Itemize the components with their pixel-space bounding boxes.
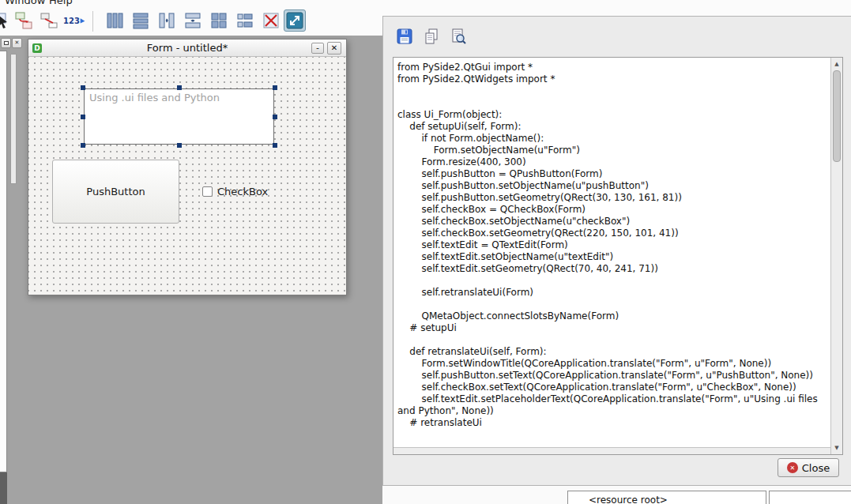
- code-line: [397, 85, 828, 97]
- tab-order-label: 123: [63, 17, 80, 25]
- dock-close-x: ✕: [15, 40, 20, 46]
- scrollbar-thumb[interactable]: [833, 70, 841, 162]
- code-line: Form.setObjectName(u"Form"): [397, 145, 828, 156]
- layout-vertical-splitter-icon[interactable]: [182, 9, 204, 32]
- code-line: from PySide2.QtWidgets import *: [397, 73, 828, 85]
- adjust-size-icon[interactable]: [284, 9, 306, 32]
- selection-handle[interactable]: [81, 85, 85, 90]
- dock-close-icon[interactable]: ✕: [12, 38, 22, 48]
- pushbutton-widget[interactable]: PushButton: [52, 160, 179, 224]
- checkbox-label: CheckBox: [217, 186, 268, 197]
- selection-handle[interactable]: [177, 143, 182, 148]
- float-glyph-icon: [4, 41, 9, 45]
- selection-handle[interactable]: [81, 143, 85, 148]
- edit-widgets-icon[interactable]: [0, 9, 13, 32]
- close-label: Close: [802, 462, 830, 474]
- code-preview-dialog: from PySide2.QtGui import *from PySide2.…: [382, 16, 851, 486]
- code-line: # retranslateUi: [397, 417, 828, 429]
- form-window-title: Form - untitled*: [28, 42, 346, 54]
- code-line: Form.resize(400, 300): [397, 156, 828, 168]
- code-line: self.textEdit.setObjectName(u"textEdit"): [397, 251, 828, 263]
- window-close-button[interactable]: ✕: [327, 42, 341, 55]
- selection-handle[interactable]: [273, 143, 277, 148]
- layout-in-form-icon[interactable]: [234, 9, 256, 32]
- textedit-placeholder: Using .ui files and Python: [85, 89, 273, 106]
- selection-handle[interactable]: [81, 115, 85, 119]
- break-layout-icon[interactable]: [260, 9, 282, 32]
- textedit-widget[interactable]: Using .ui files and Python: [84, 88, 274, 145]
- layout-horizontal-splitter-icon[interactable]: [156, 9, 178, 32]
- code-dialog-toolbar: [394, 26, 469, 50]
- code-line: self.checkBox = QCheckBox(Form): [397, 204, 828, 216]
- code-line: self.textEdit.setGeometry(QRect(70, 40, …: [397, 263, 828, 275]
- horizontal-scrollbar[interactable]: [393, 447, 830, 454]
- layout-vertically-icon[interactable]: [130, 9, 152, 32]
- menu-help[interactable]: Help: [49, 0, 73, 6]
- code-line: if not Form.objectName():: [397, 133, 828, 145]
- code-line: self.textEdit.setPlaceholderText(QCoreAp…: [397, 393, 828, 405]
- code-line: QMetaObject.connectSlotsByName(Form): [397, 310, 828, 322]
- bottom-panel: <resource root>: [382, 486, 851, 504]
- code-line: class Ui_Form(object):: [397, 109, 828, 121]
- code-line: self.pushButton.setText(QCoreApplication…: [397, 370, 828, 382]
- selection-handle[interactable]: [273, 115, 277, 119]
- form-editor-window: D Form - untitled* - ✕ Using .ui files a…: [28, 39, 347, 295]
- checkbox-indicator[interactable]: [202, 186, 213, 197]
- resource-root-item[interactable]: <resource root>: [567, 491, 766, 504]
- dock-float-icon[interactable]: [1, 38, 11, 48]
- code-line: self.checkBox.setGeometry(QRect(220, 150…: [397, 228, 828, 239]
- code-line: [397, 299, 828, 310]
- menu-window[interactable]: Window: [5, 0, 45, 6]
- edit-tab-order-icon[interactable]: 123: [63, 9, 85, 32]
- resource-root-label: <resource root>: [589, 495, 668, 504]
- scroll-down-icon[interactable]: ▼: [831, 442, 842, 453]
- checkbox-widget[interactable]: CheckBox: [202, 175, 282, 208]
- code-line: self.pushButton.setObjectName(u"pushButt…: [397, 180, 828, 192]
- dialog-close-button[interactable]: ✕ Close: [778, 458, 839, 477]
- minimize-button[interactable]: -: [311, 43, 324, 54]
- layout-horizontally-icon[interactable]: [104, 9, 126, 32]
- form-window-titlebar[interactable]: D Form - untitled* - ✕: [28, 39, 346, 57]
- resource-panel-fragment: [769, 491, 851, 504]
- code-line: self.retranslateUi(Form): [397, 287, 828, 299]
- mdi-area: ✕ D Form - untitled* - ✕ Using .ui files…: [0, 36, 382, 504]
- code-line: self.checkBox.setText(QCoreApplication.t…: [397, 382, 828, 393]
- collapsed-dock-panel: [0, 51, 7, 472]
- selection-handle[interactable]: [273, 85, 277, 90]
- code-line: self.pushButton = QPushButton(Form): [397, 168, 828, 180]
- code-line: and Python", None)): [397, 405, 828, 417]
- code-line: self.textEdit = QTextEdit(Form): [397, 239, 828, 251]
- selection-handle[interactable]: [177, 85, 182, 90]
- scroll-up-icon[interactable]: ▲: [831, 58, 842, 70]
- edit-signals-slots-icon[interactable]: [13, 9, 35, 32]
- qt-designer-screen: Window Help 123: [0, 0, 851, 504]
- code-lines: from PySide2.QtGui import *from PySide2.…: [393, 58, 830, 447]
- code-line: def setupUi(self, Form):: [397, 121, 828, 133]
- close-circle-icon: ✕: [787, 462, 798, 473]
- code-view[interactable]: from PySide2.QtGui import *from PySide2.…: [393, 57, 843, 455]
- vertical-scrollbar[interactable]: ▲ ▼: [830, 58, 842, 454]
- code-line: [397, 334, 828, 346]
- save-icon[interactable]: [394, 26, 415, 47]
- code-line: [397, 97, 828, 109]
- dock-corner: [0, 472, 7, 504]
- code-line: [397, 275, 828, 287]
- toolbar-separator: [92, 11, 93, 32]
- edit-buddies-icon[interactable]: [38, 9, 60, 32]
- menubar: Window Help: [0, 0, 851, 8]
- find-icon[interactable]: [448, 26, 469, 47]
- code-line: Form.setWindowTitle(QCoreApplication.tra…: [397, 358, 828, 370]
- code-line: # setupUi: [397, 322, 828, 334]
- form-window-icon: D: [32, 43, 42, 53]
- dock-scrollbar[interactable]: [10, 54, 17, 184]
- form-canvas[interactable]: Using .ui files and Python PushButton Ch…: [28, 57, 346, 295]
- layout-in-grid-icon[interactable]: [208, 9, 230, 32]
- code-line: self.pushButton.setGeometry(QRect(30, 13…: [397, 192, 828, 204]
- code-line: def retranslateUi(self, Form):: [397, 346, 828, 358]
- code-line: self.checkBox.setObjectName(u"checkBox"): [397, 216, 828, 228]
- copy-icon[interactable]: [421, 26, 442, 47]
- code-line: from PySide2.QtGui import *: [397, 62, 828, 73]
